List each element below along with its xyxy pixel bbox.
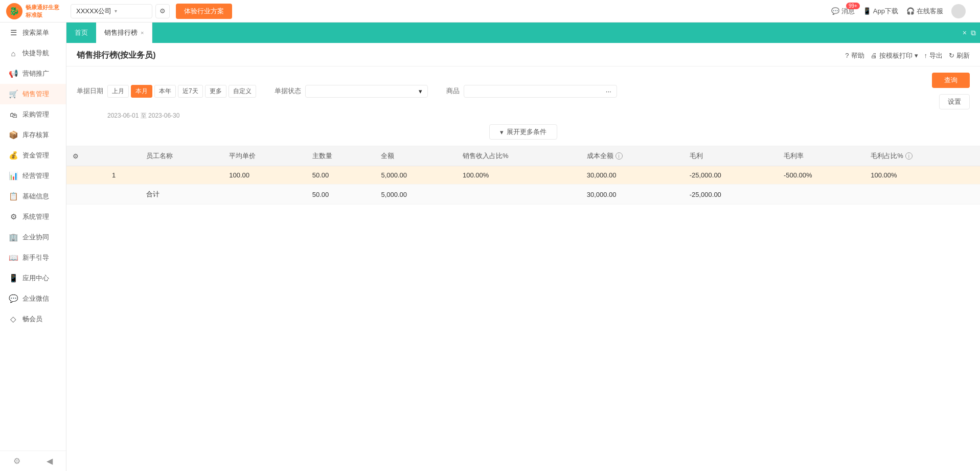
th-amount: 全额 bbox=[375, 146, 457, 166]
tab-close-icon[interactable]: × bbox=[141, 30, 144, 36]
export-icon: ↑ bbox=[924, 52, 928, 59]
goods-dots: ··· bbox=[606, 87, 611, 95]
sidebar-item-inventory[interactable]: 📦 库存核算 bbox=[0, 125, 66, 145]
notification-button[interactable]: 💬 消息 99+ bbox=[831, 7, 855, 16]
sidebar-collapse-icon[interactable]: ◀ bbox=[47, 456, 53, 466]
chevron-down-icon: ▾ bbox=[115, 8, 117, 14]
footer-sales-pct bbox=[457, 185, 581, 205]
expand-more-button[interactable]: ▾ 展开更多条件 bbox=[489, 124, 557, 140]
sidebar-settings-icon[interactable]: ⚙ bbox=[13, 456, 20, 466]
goods-filter: 商品 ··· bbox=[446, 85, 617, 98]
tab-sales-ranking[interactable]: 销售排行榜 × bbox=[96, 23, 152, 43]
table-row: 1 100.00 50.00 5,000.00 100.00% 30,000.0… bbox=[66, 166, 980, 185]
sidebar-item-enterprise[interactable]: 🏢 企业协同 bbox=[0, 227, 66, 248]
export-button[interactable]: ↑ 导出 bbox=[924, 51, 943, 60]
sidebar-item-search-order[interactable]: ☰ 搜索菜单 bbox=[0, 23, 66, 43]
company-selector[interactable]: XXXXX公司 ▾ bbox=[71, 4, 152, 18]
tab-home[interactable]: 首页 bbox=[66, 23, 96, 43]
date-btn-本年[interactable]: 本年 bbox=[154, 85, 176, 98]
page-title: 销售排行榜(按业务员) bbox=[77, 50, 156, 61]
status-select-chevron: ▾ bbox=[419, 87, 422, 95]
help-button[interactable]: ? 帮助 bbox=[845, 51, 864, 60]
date-btn-更多[interactable]: 更多 bbox=[205, 85, 226, 98]
base-info-icon: 📋 bbox=[8, 192, 18, 201]
cost-info-icon[interactable]: i bbox=[616, 152, 623, 160]
settings-button[interactable]: 设置 bbox=[939, 94, 970, 109]
sidebar-item-guide[interactable]: 📖 新手引导 bbox=[0, 248, 66, 268]
avatar[interactable] bbox=[951, 4, 966, 18]
base-info-label: 基础信息 bbox=[22, 192, 49, 201]
th-settings[interactable]: ⚙ bbox=[66, 146, 106, 166]
guide-icon: 📖 bbox=[8, 253, 18, 262]
footer-gross-pct bbox=[864, 185, 980, 205]
sidebar-item-wechat[interactable]: 💬 企业微信 bbox=[0, 288, 66, 309]
th-qty: 主数量 bbox=[306, 146, 375, 166]
print-chevron-icon: ▾ bbox=[915, 52, 918, 59]
inventory-icon: 📦 bbox=[8, 130, 18, 140]
th-cost: 成本全额 i bbox=[581, 146, 683, 166]
goods-select[interactable]: ··· bbox=[464, 85, 617, 98]
sidebar-item-system[interactable]: ⚙ 系统管理 bbox=[0, 207, 66, 227]
tab-close-window-icon[interactable]: × bbox=[963, 29, 967, 37]
cell-cost: 30,000.00 bbox=[581, 166, 683, 185]
goods-filter-label: 商品 bbox=[446, 86, 460, 96]
footer-gross-rate bbox=[778, 185, 864, 205]
sidebar-item-purchase[interactable]: 🛍 采购管理 bbox=[0, 104, 66, 125]
th-sales-pct: 销售收入占比% bbox=[457, 146, 581, 166]
tab-restore-icon[interactable]: ⧉ bbox=[971, 29, 976, 37]
sidebar-item-base-info[interactable]: 📋 基础信息 bbox=[0, 186, 66, 207]
sidebar-item-sales[interactable]: 🛒 销售管理 bbox=[0, 84, 66, 104]
date-filter: 单据日期 上月本月本年近7天更多自定义 bbox=[77, 85, 256, 98]
message-icon: 💬 bbox=[831, 7, 839, 15]
query-button[interactable]: 查询 bbox=[932, 73, 970, 88]
help-icon: ? bbox=[845, 52, 849, 59]
sales-label: 销售管理 bbox=[22, 89, 49, 99]
sidebar-item-quick-nav[interactable]: ⌂ 快捷导航 bbox=[0, 43, 66, 63]
filter-area: 单据日期 上月本月本年近7天更多自定义 单据状态 ▾ bbox=[66, 66, 980, 146]
date-btn-上月[interactable]: 上月 bbox=[107, 85, 129, 98]
footer-label: 合计 bbox=[140, 185, 223, 205]
data-table: ⚙ 员工名称 平均单价 主数量 全额 销售收入占比% 成本全额 bbox=[66, 146, 980, 205]
footer-qty: 50.00 bbox=[306, 185, 375, 205]
sales-icon: 🛒 bbox=[8, 89, 18, 99]
date-range-display: 2023-06-01 至 2023-06-30 bbox=[107, 112, 179, 119]
notification-badge: 99+ bbox=[846, 3, 860, 9]
settings-icon[interactable]: ⚙ bbox=[155, 4, 170, 18]
sidebar-item-marketing[interactable]: 📢 营销推广 bbox=[0, 63, 66, 84]
table-footer-row: 合计 50.00 5,000.00 30,000.00 -25,000.00 bbox=[66, 185, 980, 205]
purchase-icon: 🛍 bbox=[8, 110, 18, 119]
footer-settings bbox=[66, 185, 106, 205]
print-button[interactable]: 🖨 按模板打印 ▾ bbox=[871, 51, 918, 60]
status-select[interactable]: ▾ bbox=[305, 85, 428, 98]
phone-icon: 📱 bbox=[863, 7, 871, 15]
trial-button[interactable]: 体验行业方案 bbox=[176, 4, 232, 19]
inventory-label: 库存核算 bbox=[22, 130, 49, 140]
sidebar-item-operations[interactable]: 📊 经营管理 bbox=[0, 166, 66, 186]
footer-avg-price bbox=[223, 185, 306, 205]
date-btn-近7天[interactable]: 近7天 bbox=[178, 85, 203, 98]
enterprise-label: 企业协同 bbox=[22, 233, 49, 242]
wechat-label: 企业微信 bbox=[22, 294, 49, 303]
date-btn-本月[interactable]: 本月 bbox=[131, 85, 152, 98]
sidebar-item-app-center[interactable]: 📱 应用中心 bbox=[0, 268, 66, 288]
cell-sales-pct: 100.00% bbox=[457, 166, 581, 185]
sidebar-item-finance[interactable]: 💰 资金管理 bbox=[0, 145, 66, 166]
status-filter: 单据状态 ▾ bbox=[275, 85, 428, 98]
gross-pct-info-icon[interactable]: i bbox=[905, 152, 913, 160]
page-header: 销售排行榜(按业务员) ? 帮助 🖨 按模板打印 ▾ ↑ bbox=[66, 43, 980, 66]
date-filter-label: 单据日期 bbox=[77, 86, 103, 96]
guide-label: 新手引导 bbox=[22, 253, 49, 262]
headset-icon: 🎧 bbox=[906, 7, 915, 15]
date-btn-自定义[interactable]: 自定义 bbox=[229, 85, 256, 98]
finance-label: 资金管理 bbox=[22, 151, 49, 160]
refresh-button[interactable]: ↻ 刷新 bbox=[949, 51, 970, 60]
app-download-button[interactable]: 📱 App下载 bbox=[863, 7, 898, 16]
column-settings-icon[interactable]: ⚙ bbox=[73, 152, 79, 160]
sidebar-item-member[interactable]: ◇ 畅会员 bbox=[0, 309, 66, 329]
cell-gross-pct: 100.00% bbox=[864, 166, 980, 185]
operations-icon: 📊 bbox=[8, 171, 18, 181]
search-order-icon: ☰ bbox=[8, 28, 18, 37]
online-service-button[interactable]: 🎧 在线客服 bbox=[906, 7, 943, 16]
purchase-label: 采购管理 bbox=[22, 110, 49, 119]
search-order-label: 搜索菜单 bbox=[22, 28, 49, 37]
